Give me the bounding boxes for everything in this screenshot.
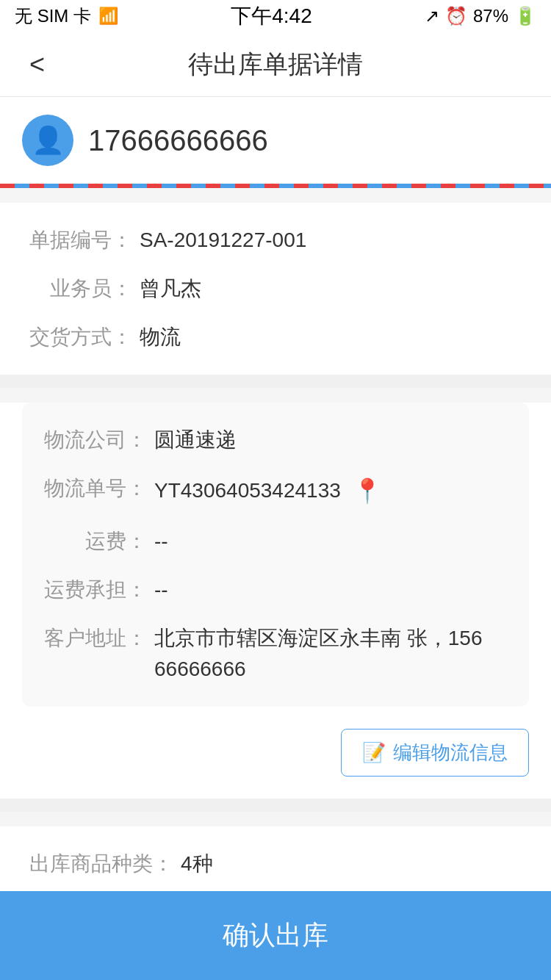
alarm-icon: ⏰ bbox=[445, 6, 467, 26]
order-no-value: SA-20191227-001 bbox=[140, 225, 522, 256]
logistics-card: 物流公司： 圆通速递 物流单号： YT43064053424133 📍 运费： … bbox=[22, 403, 529, 707]
nav-bar: < 待出库单据详情 bbox=[0, 32, 551, 97]
logistics-company-value: 圆通速递 bbox=[154, 425, 507, 455]
order-no-label: 单据编号： bbox=[29, 225, 132, 256]
order-no-row: 单据编号： SA-20191227-001 bbox=[29, 225, 522, 256]
order-info-section: 单据编号： SA-20191227-001 业务员： 曾凡杰 交货方式： 物流 bbox=[0, 203, 551, 375]
goods-types-row: 出库商品种类： 4种 bbox=[29, 849, 522, 879]
tracking-no-row: 物流单号： YT43064053424133 📍 bbox=[44, 473, 507, 508]
dashed-divider bbox=[0, 184, 551, 188]
confirm-button[interactable]: 确认出库 bbox=[0, 891, 551, 980]
section-divider-1 bbox=[0, 375, 551, 388]
location-status-icon: ↗ bbox=[425, 6, 439, 26]
salesperson-label: 业务员： bbox=[29, 273, 132, 304]
status-time: 下午4:42 bbox=[231, 2, 312, 30]
customer-section: 👤 17666666666 bbox=[0, 97, 551, 184]
freight-value: -- bbox=[154, 526, 507, 557]
delivery-type-row: 交货方式： 物流 bbox=[29, 322, 522, 353]
edit-logistics-button[interactable]: 📝 编辑物流信息 bbox=[341, 729, 529, 777]
salesperson-value: 曾凡杰 bbox=[140, 273, 522, 304]
goods-types-value: 4种 bbox=[181, 849, 522, 879]
status-bar: 无 SIM 卡 📶 下午4:42 ↗ ⏰ 87% 🔋 bbox=[0, 0, 551, 32]
status-right: ↗ ⏰ 87% 🔋 bbox=[425, 6, 536, 26]
logistics-company-row: 物流公司： 圆通速递 bbox=[44, 425, 507, 455]
edit-icon: 📝 bbox=[362, 741, 386, 764]
freight-bearer-row: 运费承担： -- bbox=[44, 574, 507, 605]
battery-label: 87% bbox=[473, 6, 508, 26]
freight-label: 运费： bbox=[44, 526, 147, 557]
goods-types-label: 出库商品种类： bbox=[29, 849, 173, 879]
logistics-section: 物流公司： 圆通速递 物流单号： YT43064053424133 📍 运费： … bbox=[0, 403, 551, 799]
freight-row: 运费： -- bbox=[44, 526, 507, 557]
salesperson-row: 业务员： 曾凡杰 bbox=[29, 273, 522, 304]
tracking-no-value: YT43064053424133 📍 bbox=[154, 473, 507, 508]
tracking-no-label: 物流单号： bbox=[44, 473, 147, 504]
map-pin-icon[interactable]: 📍 bbox=[353, 473, 382, 508]
address-label: 客户地址： bbox=[44, 623, 147, 654]
battery-icon: 🔋 bbox=[514, 6, 536, 26]
edit-logistics-label: 编辑物流信息 bbox=[393, 740, 508, 765]
back-button[interactable]: < bbox=[22, 42, 52, 87]
address-value: 北京市市辖区海淀区永丰南 张，156 66666666 bbox=[154, 623, 507, 685]
carrier-label: 无 SIM 卡 bbox=[15, 4, 91, 28]
delivery-type-label: 交货方式： bbox=[29, 322, 132, 353]
status-left: 无 SIM 卡 📶 bbox=[15, 4, 118, 28]
freight-bearer-value: -- bbox=[154, 574, 507, 605]
page-title: 待出库单据详情 bbox=[188, 48, 363, 82]
avatar-icon: 👤 bbox=[32, 125, 65, 156]
avatar: 👤 bbox=[22, 115, 73, 166]
delivery-type-value: 物流 bbox=[140, 322, 522, 353]
wifi-icon: 📶 bbox=[98, 7, 118, 26]
customer-phone: 17666666666 bbox=[88, 124, 268, 157]
address-row: 客户地址： 北京市市辖区海淀区永丰南 张，156 66666666 bbox=[44, 623, 507, 685]
logistics-company-label: 物流公司： bbox=[44, 425, 147, 455]
freight-bearer-label: 运费承担： bbox=[44, 574, 147, 605]
section-divider-2 bbox=[0, 799, 551, 812]
edit-logistics-area: 📝 编辑物流信息 bbox=[0, 714, 551, 799]
